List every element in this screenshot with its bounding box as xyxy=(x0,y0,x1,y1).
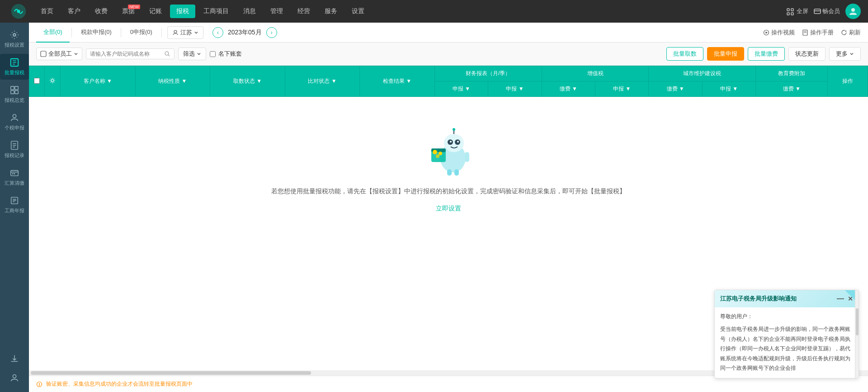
svg-point-41 xyxy=(52,80,54,82)
nav-business[interactable]: 工商项目 xyxy=(197,5,235,18)
batch-submit-button[interactable]: 批量申报 xyxy=(707,47,744,61)
vip-btn[interactable]: 畅会员 xyxy=(814,7,840,15)
setup-link[interactable]: 立即设置 xyxy=(436,205,461,213)
svg-point-56 xyxy=(436,154,439,158)
sidebar-item-tax-overview[interactable]: 报税总览 xyxy=(0,81,29,107)
status-update-button[interactable]: 状态更新 xyxy=(788,47,826,61)
sidebar-item-settlement[interactable]: 汇算清缴 xyxy=(0,164,29,190)
tab-tax-declaration[interactable]: 税款申报(0) xyxy=(74,23,119,43)
next-month-button[interactable]: › xyxy=(266,27,277,38)
header-education-surcharge: 教育费附加 xyxy=(756,66,828,81)
refresh-icon xyxy=(841,29,847,36)
sidebar-item-tax-records[interactable]: 报税记录 xyxy=(0,137,29,163)
header-financial-report: 财务报表（月/季） xyxy=(434,66,542,81)
svg-rect-6 xyxy=(814,9,821,14)
data-table: 客户名称 ▼ 纳税性质 ▼ 取数状态 ▼ 比对状态 ▼ 检查结果 ▼ 财务报表（… xyxy=(29,66,868,231)
refresh-btn[interactable]: 刷新 xyxy=(841,29,861,37)
fullscreen-btn[interactable]: 全屏 xyxy=(787,7,808,15)
operation-manual-btn[interactable]: 操作手册 xyxy=(802,29,834,37)
header-city-declaration: 申报 ▼ xyxy=(595,81,649,97)
tab-right-actions: 操作视频 操作手册 刷新 xyxy=(763,29,861,37)
user-icon xyxy=(172,29,179,36)
employee-select-label: 全部员工 xyxy=(48,50,72,58)
notification-scroll-thumb[interactable] xyxy=(856,308,859,335)
notification-panel: 江苏电子税务局升级影响通知 — ✕ 尊敬的用户： 受当前电子税务局进一步升级的影… xyxy=(714,290,859,378)
svg-point-18 xyxy=(13,115,16,118)
notification-scrollbar[interactable] xyxy=(855,290,859,378)
bottom-bar-text: 验证账密、采集信息均成功的企业才会流转至批量报税页面中 xyxy=(46,380,193,388)
tab-all[interactable]: 全部(0) xyxy=(36,23,70,43)
empty-state: 若您想使用批量报税功能，请先在【报税设置】中进行报税的初始化设置，完成密码验证和… xyxy=(29,97,868,231)
header-gear-col xyxy=(45,66,61,97)
tab-divider-1 xyxy=(71,28,72,37)
top-navigation: 首页 客户 收费 票据 NEW 记账 报税 工商项目 消息 管理 经营 服务 设… xyxy=(0,0,868,23)
svg-rect-4 xyxy=(787,13,789,15)
nav-operation[interactable]: 经营 xyxy=(291,5,316,18)
nav-settings[interactable]: 设置 xyxy=(345,5,371,18)
header-vat-payment: 缴费 ▼ xyxy=(542,81,595,97)
batch-pay-button[interactable]: 批量缴费 xyxy=(748,47,785,61)
avatar[interactable] xyxy=(845,4,861,19)
sidebar-label-annual-report: 工商年报 xyxy=(5,207,24,214)
operation-video-btn[interactable]: 操作视频 xyxy=(763,29,795,37)
notification-close-btn[interactable]: ✕ xyxy=(848,295,853,302)
sidebar-item-user-settings[interactable] xyxy=(0,369,29,387)
sidebar-item-individual-tax[interactable]: 个税申报 xyxy=(0,109,29,135)
nav-tax[interactable]: 报税 xyxy=(170,5,195,18)
notification-minimize-btn[interactable]: — xyxy=(837,295,844,302)
empty-robot-illustration xyxy=(421,124,476,178)
scroll-thumb[interactable] xyxy=(31,371,311,375)
nav-home[interactable]: 首页 xyxy=(34,5,60,18)
svg-point-31 xyxy=(13,375,16,378)
batch-fetch-button[interactable]: 批量取数 xyxy=(666,47,703,61)
svg-point-9 xyxy=(13,33,16,36)
nav-fee[interactable]: 收费 xyxy=(89,5,114,18)
svg-marker-34 xyxy=(766,31,768,33)
header-vat: 增值税 xyxy=(542,66,649,81)
nav-customer[interactable]: 客户 xyxy=(61,5,87,18)
svg-rect-14 xyxy=(11,86,14,90)
nav-service[interactable]: 服务 xyxy=(318,5,344,18)
select-all-checkbox[interactable] xyxy=(34,78,40,84)
more-button[interactable]: 更多 xyxy=(829,47,861,61)
filter-chevron-icon xyxy=(197,52,201,56)
nav-ticket[interactable]: 票据 NEW xyxy=(116,5,141,18)
header-financial-declaration: 申报 ▼ xyxy=(434,81,488,97)
province-selector[interactable]: 江苏 xyxy=(167,26,203,39)
svg-rect-16 xyxy=(11,91,14,94)
nav-accounting[interactable]: 记账 xyxy=(143,5,168,18)
employee-selector[interactable]: 全部员工 xyxy=(36,48,82,60)
svg-rect-58 xyxy=(454,169,459,176)
header-customer-name: 客户名称 ▼ xyxy=(61,66,136,97)
sidebar-label-batch-tax: 批量报税 xyxy=(5,69,24,76)
sidebar-item-batch-tax[interactable]: 批量报税 xyxy=(0,54,29,80)
svg-point-47 xyxy=(457,141,459,143)
tab-zero-declaration[interactable]: 0申报(0) xyxy=(123,23,160,43)
svg-point-43 xyxy=(444,134,464,152)
account-checkbox[interactable] xyxy=(210,51,216,57)
account-checkbox-text: 名下账套 xyxy=(218,50,242,58)
search-input[interactable] xyxy=(90,51,162,57)
sidebar-item-tax-settings[interactable]: 报税设置 xyxy=(0,26,29,52)
nav-message[interactable]: 消息 xyxy=(237,5,262,18)
tab-bar: 全部(0) 税款申报(0) 0申报(0) 江苏 xyxy=(29,23,868,43)
account-checkbox-label[interactable]: 名下账套 xyxy=(210,50,242,58)
header-edu-payment: 缴费 ▼ xyxy=(756,81,828,97)
employee-icon xyxy=(40,51,47,57)
column-settings-icon[interactable] xyxy=(49,77,56,84)
sidebar-item-download[interactable] xyxy=(0,350,29,368)
sidebar-label-tax-records: 报税记录 xyxy=(5,152,24,159)
sidebar-label-settlement: 汇算清缴 xyxy=(5,180,24,186)
svg-point-55 xyxy=(439,152,442,155)
vip-label: 畅会员 xyxy=(822,7,840,15)
svg-rect-23 xyxy=(11,171,19,176)
nav-manage[interactable]: 管理 xyxy=(264,5,289,18)
sidebar-item-annual-report[interactable]: 工商年报 xyxy=(0,192,29,218)
prev-month-button[interactable]: ‹ xyxy=(212,27,223,38)
sidebar-label-tax-overview: 报税总览 xyxy=(5,97,24,104)
filter-button[interactable]: 筛选 xyxy=(178,48,206,60)
header-fetch-status: 取数状态 ▼ xyxy=(210,66,285,97)
search-icon[interactable] xyxy=(164,51,170,57)
sidebar-bottom xyxy=(0,350,29,392)
svg-rect-51 xyxy=(465,152,469,162)
